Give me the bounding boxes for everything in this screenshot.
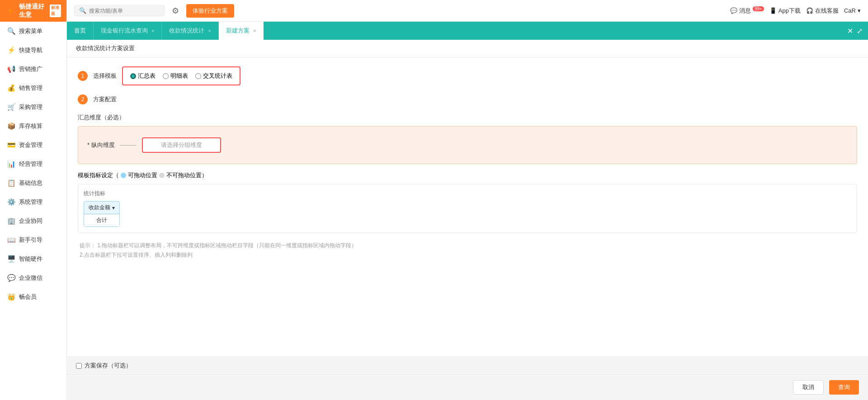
metrics-section-label: 统计指标 — [84, 190, 851, 198]
settings-icon[interactable]: ⚙ — [172, 6, 179, 16]
cancel-button[interactable]: 取消 — [793, 380, 824, 395]
download-label: App下载 — [778, 7, 801, 15]
metrics-config-label: 模板指标设定（ — [78, 171, 119, 179]
tab-newplan[interactable]: 新建方案 × — [219, 22, 264, 40]
hardware-icon: 🖥️ — [7, 255, 15, 263]
step1-row: 1 选择模板 汇总表 明细表 交叉统计表 — [78, 66, 857, 85]
search-icon: 🔍 — [7, 27, 15, 35]
sidebar-item-basics-label: 基础信息 — [19, 179, 42, 187]
user-area[interactable]: CaR ▾ — [844, 7, 861, 14]
sidebar-item-guide-label: 新手引导 — [19, 236, 42, 244]
topbar-actions: 💬 消息 99+ 📱 App下载 🎧 在线客服 CaR ▾ — [730, 7, 861, 15]
radio-detail-input[interactable] — [163, 73, 169, 79]
arrow-label: ——— — [120, 142, 137, 148]
hint-2: 2.点击标题栏下拉可设置排序、插入列和删除列 — [80, 251, 855, 259]
tab-receipts-close[interactable]: × — [208, 28, 211, 33]
sidebar-item-finance[interactable]: 💳 资金管理 — [0, 136, 66, 155]
radio-cross[interactable]: 交叉统计表 — [195, 72, 232, 80]
purchase-icon: 🛒 — [7, 103, 15, 111]
config-section: 汇总维度（必选） * 纵向维度 ——— 请选择分组维度 模板指标设定（ 可拖动位… — [78, 113, 857, 259]
step2-row: 2 方案配置 — [78, 94, 857, 104]
metrics-config-row: 模板指标设定（ 可拖动位置 不可拖动位置） — [78, 171, 857, 179]
sales-icon: 💰 — [7, 84, 15, 92]
template-section: 汇总表 明细表 交叉统计表 — [122, 66, 241, 85]
message-badge: 99+ — [753, 6, 764, 11]
save-label[interactable]: 方案保存（可选） — [76, 362, 132, 370]
hints-section: 提示： 1.拖动标题栏可以调整布局，不可跨维度或指标区域拖动栏目字段（只能在同一… — [78, 242, 857, 259]
tab-cashflow-close[interactable]: × — [151, 28, 154, 33]
sidebar-item-enterprise-label: 企业协同 — [19, 217, 42, 225]
dimension-row: * 纵向维度 ——— 请选择分组维度 — [87, 137, 848, 153]
step2-number: 2 — [78, 94, 88, 104]
trial-button[interactable]: 体验行业方案 — [186, 4, 234, 18]
metrics-chevron-icon: ▾ — [112, 205, 115, 211]
step1-number: 1 — [78, 71, 88, 81]
metrics-col-header[interactable]: 收款金额 ▾ — [84, 202, 119, 214]
metrics-col-block: 收款金额 ▾ 合计 — [84, 201, 120, 227]
basics-icon: 📋 — [7, 179, 15, 187]
sidebar-item-enterprise[interactable]: 🏢 企业协同 — [0, 212, 66, 231]
query-button[interactable]: 查询 — [829, 380, 859, 395]
dimension-area: * 纵向维度 ——— 请选择分组维度 — [78, 126, 857, 164]
download-button[interactable]: 📱 App下载 — [769, 7, 801, 15]
sidebar-item-purchase[interactable]: 🛒 采购管理 — [0, 98, 66, 117]
toggle-dot-nondraggable — [159, 173, 165, 178]
support-label: 在线客服 — [815, 7, 839, 15]
tab-receipts-label: 收款情况统计 — [169, 27, 204, 35]
management-icon: 📊 — [7, 160, 15, 168]
sidebar-item-wechat[interactable]: 💬 企业微信 — [0, 268, 66, 287]
sidebar-item-marketing[interactable]: 📢 营销推广 — [0, 60, 66, 79]
sidebar-item-quicknav[interactable]: ⚡ 快捷导航 — [0, 41, 66, 60]
footer: 取消 查询 — [67, 374, 868, 400]
sidebar-item-sales[interactable]: 💰 销售管理 — [0, 79, 66, 98]
sidebar-item-system[interactable]: ⚙️ 系统管理 — [0, 193, 66, 212]
system-icon: ⚙️ — [7, 198, 15, 206]
search-box[interactable]: 🔍 — [74, 5, 165, 16]
tab-home[interactable]: 首页 — [67, 22, 94, 40]
dim-row-label: * 纵向维度 — [87, 141, 115, 149]
tab-home-label: 首页 — [74, 27, 86, 35]
tab-newplan-close[interactable]: × — [253, 28, 256, 33]
toggle-dot-draggable — [121, 173, 126, 178]
download-icon: 📱 — [769, 7, 777, 14]
marketing-icon: 📢 — [7, 65, 15, 73]
sidebar-item-guide[interactable]: 📖 新手引导 — [0, 231, 66, 249]
sidebar-item-member[interactable]: 👑 畅会员 — [0, 287, 66, 306]
enterprise-icon: 🏢 — [7, 217, 15, 225]
search-input[interactable] — [89, 8, 152, 14]
radio-detail[interactable]: 明细表 — [163, 72, 188, 80]
member-icon: 👑 — [7, 293, 15, 301]
radio-summary[interactable]: 汇总表 — [130, 72, 156, 80]
logo-icon: 🔸 — [5, 6, 15, 16]
logo-text: 畅捷通好生意 — [19, 3, 46, 19]
sidebar-item-management-label: 经营管理 — [19, 160, 42, 168]
topbar: 🔍 ⚙ 体验行业方案 💬 消息 99+ 📱 App下载 🎧 在线客服 CaR ▾ — [67, 0, 868, 22]
close-window-icon[interactable]: ✕ — [847, 27, 853, 35]
guide-icon: 📖 — [7, 236, 15, 244]
sidebar-item-hardware-label: 智能硬件 — [19, 255, 42, 263]
dimension-select[interactable]: 请选择分组维度 — [142, 137, 221, 153]
sidebar-item-inventory[interactable]: 📦 库存核算 — [0, 117, 66, 136]
sidebar-item-marketing-label: 营销推广 — [19, 65, 42, 73]
message-button[interactable]: 💬 消息 99+ — [730, 7, 764, 15]
chevron-down-icon: ▾ — [858, 7, 861, 14]
sidebar-item-basics[interactable]: 📋 基础信息 — [0, 174, 66, 193]
tab-cashflow[interactable]: 现金银行流水查询 × — [94, 22, 162, 40]
user-name: CaR — [844, 7, 856, 14]
tab-receipts[interactable]: 收款情况统计 × — [162, 22, 218, 40]
maximize-icon[interactable]: ⤢ — [857, 27, 863, 35]
radio-cross-input[interactable] — [195, 73, 201, 79]
sidebar-item-hardware[interactable]: 🖥️ 智能硬件 — [0, 249, 66, 268]
logo-badge: 标准版 — [50, 5, 61, 17]
save-text: 方案保存（可选） — [85, 362, 132, 370]
tabbar: 首页 现金银行流水查询 × 收款情况统计 × 新建方案 × ✕ ⤢ — [67, 22, 868, 40]
step2-label: 方案配置 — [93, 95, 117, 104]
sidebar-item-sales-label: 销售管理 — [19, 84, 42, 92]
sidebar-item-search[interactable]: 🔍 搜索菜单 — [0, 22, 66, 41]
support-button[interactable]: 🎧 在线客服 — [806, 7, 839, 15]
radio-summary-input[interactable] — [130, 73, 136, 79]
save-checkbox[interactable] — [76, 363, 82, 369]
support-icon: 🎧 — [806, 7, 813, 14]
save-row: 方案保存（可选） — [67, 357, 868, 374]
sidebar-item-management[interactable]: 📊 经营管理 — [0, 155, 66, 174]
